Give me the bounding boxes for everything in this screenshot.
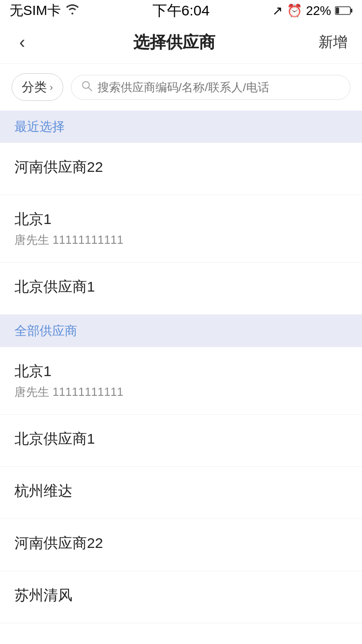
recent-section-header: 最近选择 xyxy=(0,111,362,143)
status-right: ↗ ⏰ 22% xyxy=(272,3,352,18)
status-left: 无SIM卡 xyxy=(10,1,79,20)
category-label: 分类 xyxy=(22,79,47,96)
all-list-item[interactable]: 河南供应商22 xyxy=(0,519,362,571)
search-input[interactable] xyxy=(97,81,340,94)
back-button[interactable]: ‹ xyxy=(14,28,30,57)
item-name: 河南供应商22 xyxy=(14,533,348,553)
nav-bar: ‹ 选择供应商 新增 xyxy=(0,21,362,64)
item-name: 北京供应商1 xyxy=(14,429,348,449)
all-section-title: 全部供应商 xyxy=(14,323,77,338)
filter-bar: 分类 › xyxy=(0,64,362,111)
search-icon xyxy=(81,80,93,95)
nav-title: 选择供应商 xyxy=(133,31,215,54)
all-list-item[interactable]: 北京1唐先生 11111111111 xyxy=(0,347,362,415)
carrier-text: 无SIM卡 xyxy=(10,1,61,20)
item-name: 北京1 xyxy=(14,362,348,381)
item-name: 北京供应商1 xyxy=(14,277,348,297)
recent-list-item[interactable]: 北京1唐先生 11111111111 xyxy=(0,195,362,263)
new-button[interactable]: 新增 xyxy=(319,32,348,52)
search-box[interactable] xyxy=(71,75,350,100)
item-name: 杭州维达 xyxy=(14,481,348,501)
item-contact: 唐先生 11111111111 xyxy=(14,384,348,400)
status-time: 下午6:04 xyxy=(153,1,209,21)
svg-rect-1 xyxy=(350,9,352,13)
item-contact: 唐先生 11111111111 xyxy=(14,232,348,248)
battery-text: 22% xyxy=(306,3,331,18)
wifi-icon xyxy=(66,3,79,18)
recent-list-item[interactable]: 河南供应商22 xyxy=(0,143,362,195)
item-name: 河南供应商22 xyxy=(14,157,348,177)
alarm-icon: ⏰ xyxy=(287,3,302,18)
all-list-item[interactable]: 杭州维达 xyxy=(0,467,362,519)
recent-section-title: 最近选择 xyxy=(14,119,65,134)
item-name: 北京1 xyxy=(14,210,348,229)
svg-rect-2 xyxy=(336,7,339,14)
status-bar: 无SIM卡 下午6:04 ↗ ⏰ 22% xyxy=(0,0,362,21)
location-icon: ↗ xyxy=(272,3,283,18)
item-name: 苏州清风 xyxy=(14,586,348,605)
recent-list: 河南供应商22北京1唐先生 11111111111北京供应商1 xyxy=(0,143,362,315)
all-list-item[interactable]: 苏州清风 xyxy=(0,571,362,623)
all-section-header: 全部供应商 xyxy=(0,315,362,347)
all-list: 北京1唐先生 11111111111北京供应商1杭州维达河南供应商22苏州清风 xyxy=(0,347,362,623)
recent-list-item[interactable]: 北京供应商1 xyxy=(0,263,362,315)
category-button[interactable]: 分类 › xyxy=(12,73,63,101)
battery-icon xyxy=(335,3,352,18)
all-list-item[interactable]: 北京供应商1 xyxy=(0,415,362,467)
chevron-icon: › xyxy=(50,82,53,93)
svg-line-4 xyxy=(88,87,92,91)
